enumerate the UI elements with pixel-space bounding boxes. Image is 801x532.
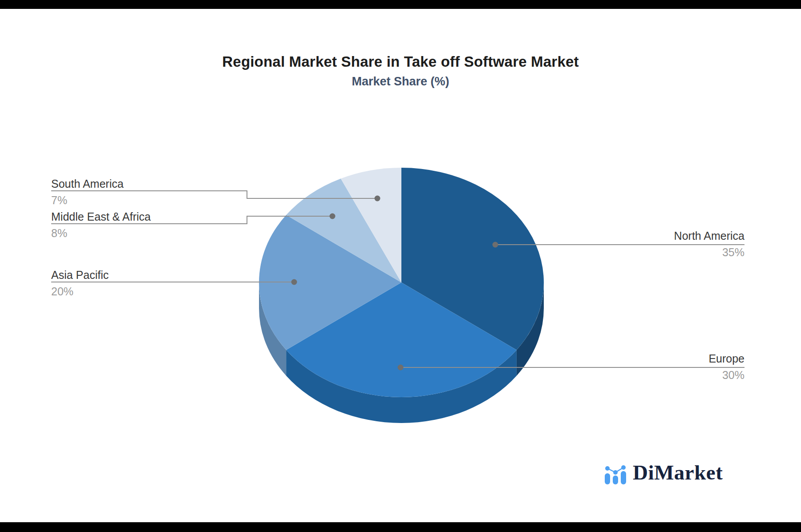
slice-value: 20% xyxy=(51,285,109,298)
slice-value: 7% xyxy=(51,193,124,207)
dimarket-logo: DiMarket xyxy=(602,459,723,485)
slice-label: Middle East & Africa xyxy=(51,210,151,223)
slice-label: North America xyxy=(674,229,744,242)
callout-label-south-america: South America 7% xyxy=(51,177,124,207)
bottom-letterbox-bar xyxy=(0,522,801,532)
slice-label: South America xyxy=(51,177,124,190)
slice-value: 30% xyxy=(708,368,744,382)
slice-value: 35% xyxy=(674,246,744,259)
slice-value: 8% xyxy=(51,226,151,240)
callout-dot-1 xyxy=(398,365,404,371)
callout-label-middle-east-africa: Middle East & Africa 8% xyxy=(51,210,151,240)
callout-dot-0 xyxy=(493,242,498,248)
callout-label-north-america: North America 35% xyxy=(674,229,744,259)
callout-dot-2 xyxy=(291,279,297,285)
callout-dot-4 xyxy=(375,196,380,202)
callout-dot-3 xyxy=(330,214,336,219)
logo-text: DiMarket xyxy=(633,460,723,485)
callout-label-europe: Europe 30% xyxy=(708,352,744,382)
slice-label: Europe xyxy=(708,352,744,365)
bar-line-chart-icon xyxy=(602,459,629,485)
pie-chart xyxy=(0,0,801,532)
slice-label: Asia Pacific xyxy=(51,268,109,282)
screenshot-root: Regional Market Share in Take off Softwa… xyxy=(0,0,801,532)
callout-label-asia-pacific: Asia Pacific 20% xyxy=(51,268,109,298)
